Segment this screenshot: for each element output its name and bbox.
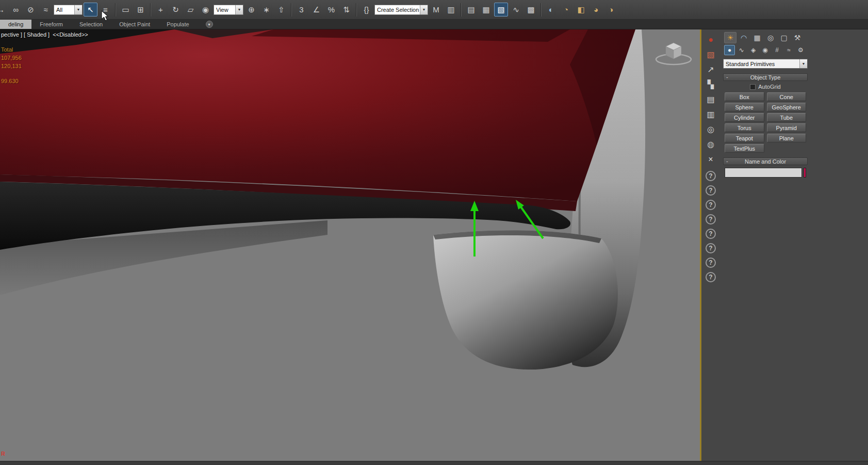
shapes-category[interactable]: ∿ xyxy=(736,45,747,55)
checker-map-icon[interactable]: ▚ xyxy=(704,78,717,91)
select-and-scale-icon[interactable]: ▱ xyxy=(184,3,198,17)
select-and-manipulate-icon[interactable]: ∗ xyxy=(259,3,273,17)
select-object-icon[interactable]: ↖ xyxy=(84,3,97,17)
chevron-down-icon[interactable]: ▼ xyxy=(235,5,243,14)
help-icon[interactable]: ? xyxy=(706,272,716,282)
render-in-cloud-icon[interactable]: ◑ xyxy=(604,3,618,17)
toggle-ribbon-icon[interactable]: ▧ xyxy=(494,3,508,17)
geometry-category[interactable]: ● xyxy=(724,45,735,55)
command-panel-tabs: ☀◠▦◎▢⚒ xyxy=(723,31,808,45)
toolbar-separator xyxy=(115,3,116,17)
layered-planes-icon[interactable]: ▤ xyxy=(704,93,717,106)
utilities-tab[interactable]: ⚒ xyxy=(791,32,804,43)
space-warps-category[interactable]: ≈ xyxy=(783,45,794,55)
object-type-button[interactable]: Sphere xyxy=(725,103,764,111)
create-tab[interactable]: ☀ xyxy=(724,32,736,43)
object-type-button[interactable]: Torus xyxy=(725,123,764,132)
help-icon[interactable]: ? xyxy=(706,258,716,268)
viewport-label[interactable]: pective ] [ Shaded ] <<Disabled>> xyxy=(1,31,88,38)
material-editor-icon[interactable]: ◐ xyxy=(544,3,558,17)
object-type-button[interactable]: Box xyxy=(725,92,764,101)
ribbon-display-toggle[interactable]: ▾ xyxy=(206,20,213,29)
autogrid-checkbox[interactable] xyxy=(750,84,756,90)
rendered-frame-window-icon[interactable]: ◧ xyxy=(574,3,588,17)
keyboard-shortcut-override-icon[interactable]: ⇧ xyxy=(274,3,288,17)
object-color-swatch[interactable] xyxy=(804,168,806,178)
chevron-down-icon[interactable]: ▼ xyxy=(74,5,82,14)
box-archive-icon[interactable]: ▧ xyxy=(704,49,717,61)
ribbon-tab-label: Object Paint xyxy=(119,21,150,27)
bind-to-space-warp-icon[interactable]: ≈ xyxy=(39,3,53,17)
sphere-icon[interactable]: ◍ xyxy=(704,138,717,151)
scene-explorer-icon[interactable]: ▦ xyxy=(479,3,493,17)
help-icon[interactable]: ? xyxy=(706,214,716,225)
ribbon-tab-modeling[interactable]: deling xyxy=(0,20,31,29)
object-name-input[interactable] xyxy=(725,168,802,178)
toolbar-separator xyxy=(541,3,542,17)
percent-snap-toggle-icon[interactable]: % xyxy=(324,3,338,17)
name-and-color-rollout-header[interactable]: - Name and Color xyxy=(723,157,808,165)
modify-tab[interactable]: ◠ xyxy=(738,32,750,43)
chevron-down-icon[interactable]: ▼ xyxy=(420,5,428,14)
object-type-button[interactable]: Pyramid xyxy=(767,123,807,132)
ribbon-tab-object-paint[interactable]: Object Paint xyxy=(111,20,158,29)
object-type-button[interactable]: Plane xyxy=(767,134,807,142)
object-type-button[interactable]: GeoSphere xyxy=(767,103,807,111)
teapot-icon[interactable]: ● xyxy=(704,34,717,46)
named-selection-sets-dropdown[interactable]: Create Selection Se▼ xyxy=(374,5,428,15)
hierarchy-tab[interactable]: ▦ xyxy=(751,32,763,43)
toolbar-separator xyxy=(150,3,151,17)
torus-icon[interactable]: ◎ xyxy=(704,123,717,136)
schematic-view-icon[interactable]: ▩ xyxy=(524,3,538,17)
help-icon[interactable]: ? xyxy=(706,229,716,239)
display-tab[interactable]: ▢ xyxy=(778,32,790,43)
layer-explorer-icon[interactable]: ▤ xyxy=(464,3,478,17)
cameras-category[interactable]: ◉ xyxy=(760,45,771,55)
rectangular-selection-region-icon[interactable]: ▭ xyxy=(119,3,133,17)
compass-arrow-icon[interactable]: ↗ xyxy=(704,63,717,76)
primitives-category-dropdown[interactable]: Standard Primitives ▼ xyxy=(723,59,808,69)
help-icon[interactable]: ? xyxy=(706,185,716,196)
object-type-button[interactable]: Tube xyxy=(767,113,807,122)
object-type-button[interactable]: TextPlus xyxy=(725,144,764,153)
main-toolbar: →∞⊘≈All▼↖≡▭⊞+↻▱◉View▼⊕∗⇧3∠%⇅{}Create Sel… xyxy=(0,0,868,20)
systems-category[interactable]: ⚙ xyxy=(795,45,806,55)
select-and-move-icon[interactable]: + xyxy=(154,3,168,17)
motion-tab[interactable]: ◎ xyxy=(764,32,777,43)
lights-category[interactable]: ◈ xyxy=(748,45,759,55)
redo-icon[interactable]: → xyxy=(0,3,8,17)
spinner-snap-toggle-icon[interactable]: ⇅ xyxy=(339,3,353,17)
select-and-place-icon[interactable]: ◉ xyxy=(199,3,212,17)
toolbar-separator xyxy=(356,3,357,17)
reference-coordinate-system-dropdown[interactable]: View▼ xyxy=(214,5,243,15)
render-production-icon[interactable]: ◕ xyxy=(589,3,603,17)
edit-named-selection-sets-icon[interactable]: {} xyxy=(359,3,373,17)
ribbon-tab-populate[interactable]: Populate xyxy=(158,20,197,29)
object-type-rollout-header[interactable]: - Object Type xyxy=(723,73,808,81)
render-setup-icon[interactable]: ◔ xyxy=(559,3,573,17)
mirror-icon[interactable]: M xyxy=(429,3,443,17)
perspective-viewport[interactable]: pective ] [ Shaded ] <<Disabled>> Total1… xyxy=(0,29,700,461)
snaps-toggle-icon[interactable]: 3 xyxy=(294,3,308,17)
curve-editor-icon[interactable]: ∿ xyxy=(509,3,523,17)
select-and-link-icon[interactable]: ∞ xyxy=(9,3,23,17)
object-type-button[interactable]: Teapot xyxy=(725,134,764,142)
unlink-selection-icon[interactable]: ⊘ xyxy=(24,3,38,17)
use-pivot-point-center-icon[interactable]: ⊕ xyxy=(244,3,258,17)
window-crossing-icon[interactable]: ⊞ xyxy=(134,3,148,17)
angle-snap-toggle-icon[interactable]: ∠ xyxy=(309,3,323,17)
ribbon-tab-label: Populate xyxy=(167,21,189,27)
object-type-button[interactable]: Cone xyxy=(767,92,807,101)
object-type-button[interactable]: Cylinder xyxy=(725,113,764,122)
help-icon[interactable]: ? xyxy=(706,171,716,181)
help-icon[interactable]: ? xyxy=(706,200,716,210)
align-icon[interactable]: ▥ xyxy=(444,3,458,17)
viewport-statistics: Total107,956120,13199.630 xyxy=(1,45,22,85)
ribbon-tab-freeform[interactable]: Freeform xyxy=(31,20,71,29)
select-and-rotate-icon[interactable]: ↻ xyxy=(169,3,183,17)
close-x-icon[interactable]: × xyxy=(704,153,717,166)
helpers-category[interactable]: # xyxy=(772,45,782,55)
selection-filter-dropdown[interactable]: All▼ xyxy=(54,5,83,15)
stacked-boxes-icon[interactable]: ▥ xyxy=(704,108,717,121)
help-icon[interactable]: ? xyxy=(706,243,716,253)
